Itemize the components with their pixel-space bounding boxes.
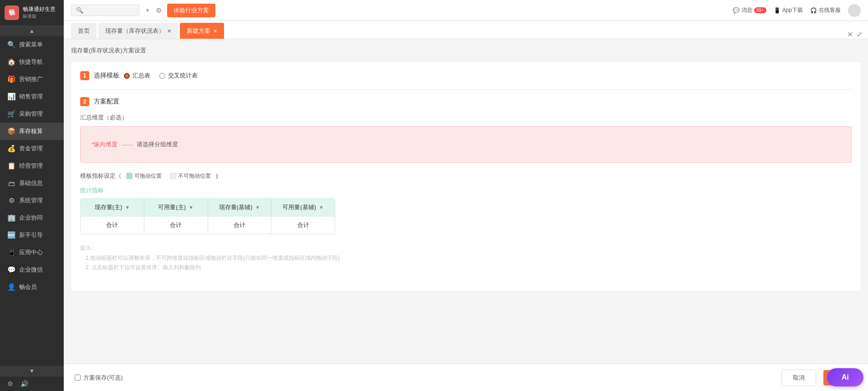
sidebar-item-label: 销售管理 [19,93,43,101]
home-icon: 🏠 [7,58,15,66]
sidebar-item-enterprise[interactable]: 🏢 企业协同 [0,209,64,226]
stat-col-4-chevron[interactable]: ▼ [319,205,324,210]
app-version: 标准版 [23,13,56,20]
stat-table-header: 现存量(主) ▼ 可用量(主) ▼ 现存量(基辅) ▼ 可用量(基辅) [81,199,335,216]
sidebar-item-appcenter[interactable]: 📱 应用中心 [0,244,64,261]
tab-inventory-label: 现存量（库存状况表） [105,27,164,35]
search-icon: 🔍 [7,41,15,49]
sidebar-item-label: 经营管理 [19,162,43,170]
radio-summary[interactable]: 汇总表 [124,72,150,80]
sidebar-bottom: ⚙ 🔊 [0,376,64,391]
sidebar-item-label: 基础信息 [19,179,43,187]
sidebar-scroll-up[interactable]: ▲ [0,26,64,36]
topbar-gear-icon[interactable]: ⚙ [156,6,162,15]
industry-plan-button[interactable]: 体验行业方案 [167,4,215,17]
gear-icon: ⚙ [7,196,15,205]
radio-summary-input[interactable] [124,73,130,79]
unmovable-dot-icon [170,173,176,179]
topbar-dropdown-icon[interactable]: ▼ [145,7,150,14]
unmovable-label: 不可拖动位置 [178,172,211,180]
stat-table: 现存量(主) ▼ 可用量(主) ▼ 现存量(基辅) ▼ 可用量(基辅) [80,198,335,234]
building-icon: 🏢 [7,214,15,222]
stat-col-2-label: 可用量(主) [158,203,186,211]
sidebar-item-management[interactable]: 📋 经营管理 [0,157,64,175]
sidebar-item-label: 畅会员 [19,283,37,291]
topbar-right: 💬 消息 99+ 📱 App下载 🎧 在线客服 [733,4,861,17]
tab-inventory[interactable]: 现存量（库存状况表） ✕ [98,23,178,39]
sidebar-logo: 畅 畅康通好生意 标准版 [0,0,64,26]
stat-body-col-1: 合计 [81,216,144,234]
topbar-search-box[interactable]: 🔍 [71,5,139,16]
database-icon: 🗃 [7,179,15,187]
box-icon: 📦 [7,127,15,135]
sidebar-item-wechat[interactable]: 💬 企业微信 [0,261,64,278]
user-avatar[interactable] [848,4,861,17]
sidebar-item-search[interactable]: 🔍 搜索菜单 [0,36,64,53]
sidebar-item-basic[interactable]: 🗃 基础信息 [0,175,64,192]
sidebar-item-finance[interactable]: 💰 资金管理 [0,140,64,157]
sidebar-item-sales[interactable]: 📊 销售管理 [0,88,64,105]
template-radio-group: 汇总表 交叉统计表 [124,72,198,80]
stat-col-2-header[interactable]: 可用量(主) ▼ [144,199,208,216]
save-plan-checkbox[interactable]: 方案保存(可选) [75,374,123,382]
stat-col-3-chevron[interactable]: ▼ [255,205,260,210]
sidebar-item-system[interactable]: ⚙ 系统管理 [0,192,64,209]
sidebar-item-label: 企业协同 [19,214,43,222]
stat-col-1-chevron[interactable]: ▼ [125,205,130,210]
stat-col-4-header[interactable]: 可用量(基辅) ▼ [271,199,335,216]
cancel-button[interactable]: 取消 [781,370,816,386]
sidebar-scroll-down[interactable]: ▼ [0,366,64,376]
radio-summary-label: 汇总表 [133,72,150,80]
section-divider-1 [80,89,852,90]
sidebar-item-member[interactable]: 👤 畅会员 [0,278,64,296]
stat-col-3-header[interactable]: 现存量(基辅) ▼ [208,199,272,216]
template-suffix: ） [215,172,221,180]
online-support-button[interactable]: 🎧 在线客服 [810,6,841,14]
tab-new-plan[interactable]: 新建方案 ✕ [180,23,224,39]
sidebar-item-marketing[interactable]: 🎁 营销推广 [0,71,64,88]
tabbar: 首页 现存量（库存状况表） ✕ 新建方案 ✕ ✕ ⤢ [64,21,868,39]
stat-table-body: 合计 合计 合计 合计 [81,216,335,234]
tab-new-plan-label: 新建方案 [187,27,210,35]
ai-bubble[interactable]: Ai [827,368,863,386]
app-logo-icon: 畅 [5,5,19,20]
sidebar-item-label: 资金管理 [19,144,43,153]
tab-new-plan-close[interactable]: ✕ [213,28,217,34]
settings-icon[interactable]: ⚙ [7,380,13,387]
tab-home-label: 首页 [78,27,90,35]
radio-crosstab[interactable]: 交叉统计表 [159,72,198,80]
window-expand-icon[interactable]: ⤢ [857,30,863,39]
sidebar-item-purchase[interactable]: 🛒 采购管理 [0,105,64,123]
topbar-search-input[interactable] [86,7,127,14]
save-plan-input[interactable] [75,375,81,381]
step1-section: 1 选择模板 汇总表 交叉统计表 [80,71,852,80]
sidebar-item-inventory[interactable]: 📦 库存核算 [0,123,64,140]
tab-home[interactable]: 首页 [71,23,97,39]
vertical-dimension-box[interactable]: *纵向维度 —— 请选择分组维度 [80,126,852,163]
stat-col-1-header[interactable]: 现存量(主) ▼ [81,199,144,216]
step1-title: 选择模板 [94,72,119,80]
stat-col-2-chevron[interactable]: ▼ [189,205,194,210]
chart-icon: 📊 [7,93,15,101]
stat-body-col-4: 合计 [271,216,335,234]
message-icon: 💬 [733,7,740,14]
template-indicator-label: 模板指标设定（ [80,172,122,180]
window-close-icon[interactable]: ✕ [847,30,853,39]
window-controls: ✕ ⤢ [847,30,868,39]
sidebar-item-newguide[interactable]: 🆕 新手引导 [0,226,64,244]
movable-label: 可拖动位置 [134,172,162,180]
sidebar-item-label: 系统管理 [19,196,43,205]
radio-crosstab-input[interactable] [159,73,165,79]
volume-icon[interactable]: 🔊 [20,380,28,387]
step1-header: 1 选择模板 汇总表 交叉统计表 [80,71,852,80]
message-button[interactable]: 💬 消息 99+ [733,6,766,14]
tab-inventory-close[interactable]: ✕ [167,28,171,34]
app-download-button[interactable]: 📱 App下载 [774,6,803,14]
sidebar-item-label: 营销推广 [19,75,43,83]
mobile-icon: 📱 [7,248,15,257]
search-icon: 🔍 [76,7,83,14]
message-badge: 99+ [754,7,766,13]
stat-section-title: 统计指标 [80,186,852,195]
app-download-label: App下载 [782,6,803,14]
sidebar-item-quicknav[interactable]: 🏠 快捷导航 [0,53,64,71]
